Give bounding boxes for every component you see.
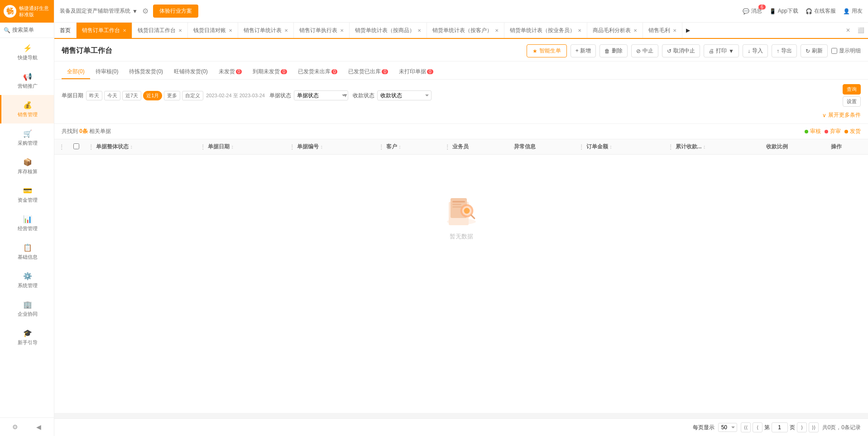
sidebar-item-system[interactable]: ⚙️ 系统管理	[0, 266, 54, 294]
show-detail-checkbox[interactable]	[831, 48, 837, 54]
per-page-select[interactable]: 50	[718, 423, 737, 432]
sidebar-item-guide[interactable]: 🎓 新手引导	[0, 323, 54, 351]
export-btn[interactable]: ↑ 导出	[772, 44, 797, 57]
tab-close-margin-analysis[interactable]: ✕	[633, 28, 637, 33]
ship-btn[interactable]: 发货	[844, 128, 861, 135]
smart-create-btn[interactable]: ★ 智能生单	[527, 44, 567, 57]
sub-tab-wangpu[interactable]: 旺铺待发货(0)	[168, 65, 213, 79]
date-btn-today[interactable]: 今天	[104, 91, 120, 100]
add-btn[interactable]: + 新增	[571, 44, 596, 57]
empty-icon	[439, 191, 484, 227]
sub-tab-all[interactable]: 全部(0)	[62, 65, 90, 79]
tab-sales-profit[interactable]: 销售毛利 ✕	[643, 23, 682, 38]
tab-close-sales-stat-staff[interactable]: ✕	[578, 28, 581, 33]
th-collected[interactable]: ⋮ 累计收款... ↕	[663, 139, 762, 155]
table-container: ⋮ ⋮ 单据整体状态 ↕	[54, 139, 868, 413]
payment-select[interactable]: 收款状态	[377, 90, 432, 100]
app-download-btn[interactable]: 📱 App下载	[769, 7, 798, 15]
tab-sales-stat-product[interactable]: 销货单统计表（按商品） ✕	[350, 23, 427, 38]
tab-sales-stat[interactable]: 销售订单统计表 ✕	[238, 23, 294, 38]
tab-close-sales-stat-customer[interactable]: ✕	[495, 28, 499, 33]
refresh-btn[interactable]: ↻ 刷新	[801, 44, 828, 57]
table-hscroll[interactable]	[54, 413, 868, 418]
select-all-checkbox[interactable]	[73, 143, 79, 149]
audit-btn[interactable]: 审核	[805, 128, 821, 135]
delete-btn[interactable]: 🗑 删除	[599, 44, 628, 57]
sidebar-item-inventory[interactable]: 📦 库存核算	[0, 152, 54, 180]
sub-tab-not-shipped[interactable]: 未发货0	[213, 65, 248, 79]
sidebar-item-finance[interactable]: 💳 资金管理	[0, 180, 54, 209]
date-btn-7days[interactable]: 近7天	[122, 91, 141, 100]
sort-icon2: ↕	[231, 144, 234, 150]
tab-margin-analysis[interactable]: 商品毛利分析表 ✕	[587, 23, 643, 38]
th-number[interactable]: ⋮ 单据编号 ↕	[285, 139, 374, 155]
tab-cash-reconcile[interactable]: 钱货日清对账 ✕	[188, 23, 238, 38]
sub-tab-not-printed[interactable]: 未打印单据0	[393, 65, 439, 79]
tab-sales-exec[interactable]: 销售订单执行表 ✕	[294, 23, 350, 38]
print-btn[interactable]: 🖨 打印 ▼	[704, 44, 739, 57]
first-page-btn[interactable]: ⟨⟨	[741, 422, 751, 432]
tab-more-btn[interactable]: ▶	[682, 23, 694, 38]
tab-home[interactable]: 首页	[54, 23, 77, 38]
th-customer[interactable]: ⋮ 客户 ↕	[374, 139, 441, 155]
tab-cash-daily[interactable]: 钱货日清工作台 ✕	[132, 23, 188, 38]
user-btn[interactable]: 👤 用友	[843, 7, 863, 15]
tab-sales-workbench[interactable]: 销售订单工作台 ✕	[77, 23, 132, 38]
expand-filter-btn[interactable]: ∨ 展开更多条件	[822, 111, 861, 119]
tab-close-sales-stat[interactable]: ✕	[284, 28, 288, 33]
sidebar-item-operations[interactable]: 📊 经营管理	[0, 209, 54, 237]
collapse-icon[interactable]: ◀	[33, 422, 44, 432]
sidebar-search[interactable]: 🔍 搜索菜单	[0, 23, 54, 38]
tab-close-sales-workbench[interactable]: ✕	[123, 28, 126, 33]
th-date[interactable]: ⋮ 单据日期 ↕	[196, 139, 285, 155]
tab-close-cash-reconcile[interactable]: ✕	[229, 28, 232, 33]
sub-tab-shipped-out[interactable]: 已发货已出库0	[343, 65, 393, 79]
prev-page-btn[interactable]: ⟨	[753, 422, 762, 432]
reject-btn[interactable]: 弃审	[825, 128, 841, 135]
online-service-btn[interactable]: 🎧 在线客服	[806, 7, 836, 15]
next-page-btn[interactable]: ⟩	[797, 422, 807, 432]
sidebar-item-sales[interactable]: 💰 销售管理	[0, 95, 54, 123]
sidebar-item-quick-nav[interactable]: ⚡ 快捷导航	[0, 38, 54, 66]
tab-close-sales-stat-product[interactable]: ✕	[417, 28, 421, 33]
sidebar-item-corp[interactable]: 🏢 企业协同	[0, 294, 54, 323]
industry-btn[interactable]: 体验行业方案	[153, 5, 198, 18]
import-btn[interactable]: ↓ 导入	[743, 44, 768, 57]
sub-tab-pending[interactable]: 待审核(0)	[90, 65, 124, 79]
tab-sales-stat-staff[interactable]: 销货单统计表（按业务员） ✕	[504, 23, 587, 38]
date-btn-custom[interactable]: 自定义	[182, 91, 203, 100]
date-btn-1month[interactable]: 近1月	[143, 91, 162, 100]
tab-close-all-btn[interactable]: ✕	[842, 23, 854, 38]
settings-icon[interactable]: ⚙	[10, 422, 21, 432]
tab-sales-stat-customer[interactable]: 销货单统计表（按客户） ✕	[427, 23, 504, 38]
th-checkbox[interactable]	[69, 139, 84, 155]
message-btn[interactable]: 💬 消息 6	[743, 7, 762, 15]
sidebar-item-marketing[interactable]: 📢 营销推广	[0, 66, 54, 95]
drag-handle-icon[interactable]: ⋮	[59, 144, 64, 150]
tab-close-sales-profit[interactable]: ✕	[673, 28, 676, 33]
stop-btn[interactable]: ⊘ 中止	[631, 44, 658, 57]
sub-tab-shipped-not-out[interactable]: 已发货未出库0	[293, 65, 343, 79]
th-status[interactable]: ⋮ 单据整体状态 ↕	[84, 139, 196, 155]
th-amount[interactable]: ⋮ 订单金额 ↕	[574, 139, 663, 155]
sidebar-item-purchase[interactable]: 🛒 采购管理	[0, 123, 54, 152]
sub-tab-pending-inspect[interactable]: 待拣货发货(0)	[124, 65, 168, 79]
tab-maximize-btn[interactable]: ⬜	[854, 23, 868, 38]
tab-close-cash-daily[interactable]: ✕	[178, 28, 182, 33]
date-filter: 单据日期 昨天 今天 近7天 近1月 更多 自定义 2023-02-24 至 2…	[62, 91, 265, 100]
cancel-stop-btn[interactable]: ↺ 取消中止	[662, 44, 700, 57]
sidebar-item-basic[interactable]: 📋 基础信息	[0, 237, 54, 266]
date-btn-yesterday[interactable]: 昨天	[86, 91, 102, 100]
page-input[interactable]	[772, 422, 788, 432]
tab-close-sales-exec[interactable]: ✕	[340, 28, 344, 33]
sub-tab-overdue-ship[interactable]: 到期未发货0	[247, 65, 293, 79]
last-page-btn[interactable]: ⟩⟩	[809, 422, 819, 432]
system-title[interactable]: 装备及固定资产辅助管理系统 ▼	[60, 7, 138, 15]
show-detail-checkbox-label[interactable]: 显示明细	[831, 47, 861, 55]
settings-btn[interactable]: 设置	[843, 96, 861, 107]
status-select[interactable]: 单据状态	[294, 90, 348, 100]
date-btn-more[interactable]: 更多	[164, 91, 180, 100]
query-btn[interactable]: 查询	[843, 84, 861, 95]
status-filter: 单据状态 单据状态 ▼	[269, 90, 348, 100]
topbar-settings-icon[interactable]: ⚙	[142, 7, 149, 15]
